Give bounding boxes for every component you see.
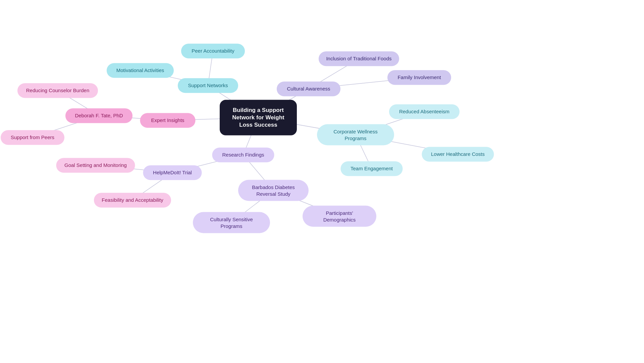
node-helpmedo-trial[interactable]: HelpMeDoIt! Trial	[143, 165, 202, 180]
node-feasibility[interactable]: Feasibility and Acceptability	[94, 193, 171, 207]
node-center[interactable]: Building a Support Network for Weight Lo…	[220, 100, 297, 135]
node-research-findings[interactable]: Research Findings	[212, 147, 274, 162]
node-reduced-absenteeism[interactable]: Reduced Absenteeism	[389, 104, 460, 119]
node-barbados-study[interactable]: Barbados Diabetes Reversal Study	[238, 180, 309, 201]
node-support-networks[interactable]: Support Networks	[178, 78, 238, 93]
node-cultural-awareness[interactable]: Cultural Awareness	[277, 81, 340, 96]
node-motivational-activities[interactable]: Motivational Activities	[107, 63, 174, 78]
node-goal-setting[interactable]: Goal Setting and Monitoring	[56, 158, 135, 173]
mindmap-container: Building a Support Network for Weight Lo…	[0, 0, 644, 363]
node-lower-healthcare-costs[interactable]: Lower Healthcare Costs	[422, 147, 494, 162]
node-culturally-sensitive[interactable]: Culturally Sensitive Programs	[193, 212, 270, 233]
node-deborah-tate[interactable]: Deborah F. Tate, PhD	[65, 108, 132, 123]
node-family-involvement[interactable]: Family Involvement	[387, 70, 451, 85]
node-participants-demographics[interactable]: Participants' Demographics	[303, 206, 376, 227]
node-team-engagement[interactable]: Team Engagement	[341, 161, 403, 176]
node-reducing-counselor-burden[interactable]: Reducing Counselor Burden	[17, 83, 98, 98]
node-corporate-wellness[interactable]: Corporate Wellness Programs	[317, 124, 394, 145]
node-inclusion-traditional-foods[interactable]: Inclusion of Traditional Foods	[319, 51, 399, 66]
node-support-from-peers[interactable]: Support from Peers	[1, 130, 64, 145]
node-expert-insights[interactable]: Expert Insights	[140, 113, 196, 128]
node-peer-accountability[interactable]: Peer Accountability	[181, 44, 245, 58]
